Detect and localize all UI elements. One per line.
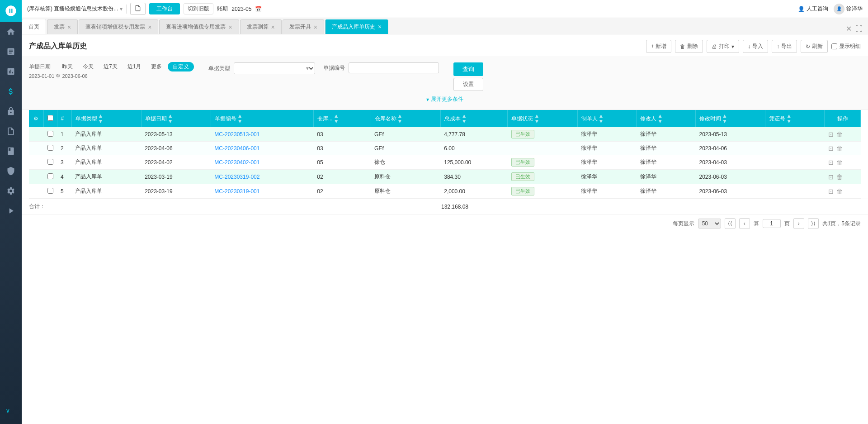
show-details-checkbox[interactable]: 显示明细 (831, 43, 861, 50)
select-all-checkbox[interactable] (47, 115, 53, 121)
tab-purchase-vat[interactable]: 查看进项增值税专用发票 × (159, 19, 239, 34)
cell-warehouse-code-1: 03 (313, 142, 371, 155)
workspace-button[interactable]: 工作台 (149, 3, 180, 14)
cell-checkbox-0[interactable] (43, 127, 57, 142)
last-page-btn[interactable]: ⟩⟩ (808, 218, 819, 229)
print-button[interactable]: 🖨 打印 ▾ (707, 40, 739, 53)
cell-warehouse-name-0: GEf (371, 127, 440, 142)
tab-purchase-vat-close[interactable]: × (228, 24, 232, 30)
cell-rownum-4: 5 (57, 184, 71, 199)
tab-calc-close[interactable]: × (271, 24, 275, 30)
edit-btn-4[interactable]: ⊡ (828, 188, 834, 195)
col-modifier[interactable]: 修改人▲▼ (637, 110, 696, 127)
col-warehouse-name[interactable]: 仓库名称▲▼ (371, 110, 440, 127)
col-number[interactable]: 单据编号▲▼ (211, 110, 313, 127)
next-page-btn[interactable]: › (793, 218, 804, 229)
number-filter-input[interactable] (349, 62, 439, 73)
per-page-select[interactable]: 20 50 100 (698, 219, 721, 229)
refresh-button[interactable]: ↻ 刷新 (801, 40, 828, 53)
delete-btn-3[interactable]: 🗑 (836, 173, 843, 181)
edit-btn-1[interactable]: ⊡ (828, 145, 834, 152)
cell-operation-1: ⊡ 🗑 (825, 142, 861, 155)
expand-filter-btn[interactable]: ▾ 展开更多条件 (423, 94, 467, 105)
cell-checkbox-4[interactable] (43, 184, 57, 199)
delete-btn-1[interactable]: 🗑 (836, 145, 843, 152)
delete-button[interactable]: 🗑 删除 (675, 40, 703, 53)
page-number-input[interactable] (763, 219, 781, 228)
date-more-btn[interactable]: 更多 (147, 62, 166, 72)
date-today-btn[interactable]: 今天 (79, 62, 98, 72)
export-button[interactable]: ↑ 导出 (772, 40, 797, 53)
period-calendar-icon[interactable]: 📅 (255, 6, 262, 12)
tab-close-all-icon[interactable]: ✕ (846, 24, 852, 33)
cell-number-2[interactable]: MC-20230402-001 (211, 155, 313, 170)
col-total-cost[interactable]: 总成本▲▼ (440, 110, 508, 127)
filter-bar: 单据日期 昨天 今天 近7天 近1月 更多 自定义 2023-01-01 至 2… (22, 57, 868, 110)
tab-open[interactable]: 发票开具 × (283, 19, 324, 34)
col-settings[interactable]: ⚙ (29, 110, 43, 127)
cell-number-1[interactable]: MC-20230406-001 (211, 142, 313, 155)
edit-btn-2[interactable]: ⊡ (828, 159, 834, 166)
cell-type-2: 产品入库单 (71, 155, 141, 170)
type-filter-select[interactable] (234, 62, 315, 74)
col-creator[interactable]: 制单人▲▼ (577, 110, 637, 127)
col-warehouse-code[interactable]: 仓库...▲▼ (313, 110, 371, 127)
date-1month-btn[interactable]: 近1月 (123, 62, 146, 72)
sidebar-item-book[interactable] (0, 141, 22, 161)
tab-invoice[interactable]: 发票 × (47, 19, 78, 34)
date-yesterday-btn[interactable]: 昨天 (58, 62, 77, 72)
cell-number-3[interactable]: MC-20230319-002 (211, 170, 313, 184)
date-7days-btn[interactable]: 近7天 (99, 62, 122, 72)
col-type[interactable]: 单据类型▲▼ (71, 110, 141, 127)
cell-number-4[interactable]: MC-20230319-001 (211, 184, 313, 199)
sidebar-item-finance[interactable] (0, 81, 22, 101)
query-button[interactable]: 查询 (453, 62, 483, 76)
first-page-btn[interactable]: ⟨⟨ (725, 218, 736, 229)
sidebar-item-lock[interactable] (0, 101, 22, 121)
edit-btn-0[interactable]: ⊡ (828, 131, 834, 138)
tab-invoice-close[interactable]: × (67, 24, 71, 30)
cell-checkbox-1[interactable] (43, 142, 57, 155)
total-records-info: 共1页，5条记录 (822, 220, 861, 228)
show-details-input[interactable] (831, 43, 837, 49)
cell-checkbox-2[interactable] (43, 155, 57, 170)
tab-product-history-close[interactable]: × (378, 24, 382, 30)
doc-icon-btn[interactable] (130, 3, 146, 15)
import-button[interactable]: ↓ 导入 (743, 40, 768, 53)
col-modify-time[interactable]: 修改时间▲▼ (695, 110, 765, 127)
prev-page-btn[interactable]: ‹ (739, 218, 750, 229)
col-voucher[interactable]: 凭证号▲▼ (765, 110, 825, 127)
tab-sales-vat[interactable]: 查看销项增值税专用发票 × (79, 19, 158, 34)
switch-version-button[interactable]: 切到旧版 (184, 3, 213, 14)
cell-modifier-0: 徐泽华 (637, 127, 696, 142)
delete-btn-2[interactable]: 🗑 (836, 159, 843, 166)
company-selector[interactable]: (库存核算) 直播轻娱通信息技术股份... ▾ (27, 5, 123, 13)
col-date[interactable]: 单据日期▲▼ (141, 110, 211, 127)
user-avatar[interactable]: 👤 徐泽华 (834, 4, 863, 14)
delete-btn-0[interactable]: 🗑 (836, 131, 843, 138)
sidebar-item-analytics[interactable] (0, 62, 22, 81)
tab-product-history[interactable]: 产成品入库单历史 × (325, 19, 388, 34)
tab-open-close[interactable]: × (314, 24, 317, 30)
date-custom-btn[interactable]: 自定义 (168, 62, 194, 71)
tab-sales-vat-close[interactable]: × (148, 24, 151, 30)
cell-number-0[interactable]: MC-20230513-001 (211, 127, 313, 142)
company-dropdown-icon[interactable]: ▾ (120, 6, 123, 12)
edit-btn-3[interactable]: ⊡ (828, 173, 834, 181)
tab-home[interactable]: 首页 (22, 19, 46, 34)
set-button[interactable]: 设置 (453, 78, 483, 91)
delete-btn-4[interactable]: 🗑 (836, 188, 843, 195)
sidebar-item-doc[interactable] (0, 121, 22, 141)
sidebar-item-stamp[interactable] (0, 161, 22, 181)
sidebar-item-video[interactable] (0, 201, 22, 221)
help-btn[interactable]: 👤 人工咨询 (798, 5, 828, 13)
tab-expand-icon[interactable]: ⛶ (855, 25, 863, 33)
sidebar-item-settings[interactable] (0, 181, 22, 201)
sidebar-item-home[interactable] (0, 22, 22, 42)
tab-calc[interactable]: 发票测算 × (240, 19, 282, 34)
sidebar-item-v[interactable]: V (0, 400, 22, 420)
col-status[interactable]: 单据状态▲▼ (508, 110, 577, 127)
new-button[interactable]: + 新增 (646, 40, 671, 53)
sidebar-item-inbox[interactable] (0, 42, 22, 62)
cell-checkbox-3[interactable] (43, 170, 57, 184)
